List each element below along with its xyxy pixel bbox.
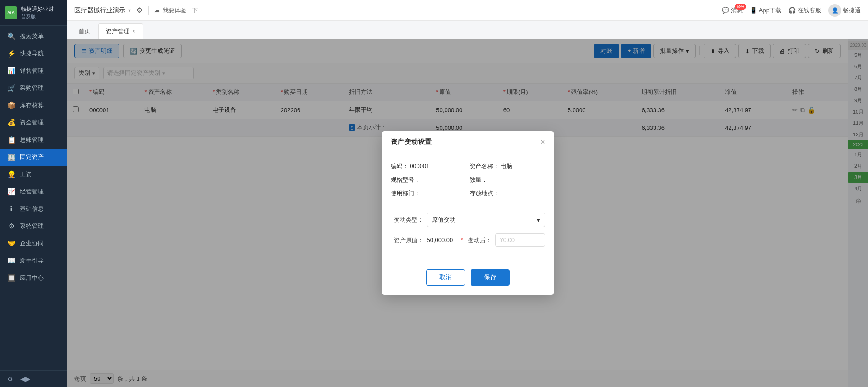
dialog-spec-field: 规格型号： bbox=[391, 176, 466, 184]
tabbar: 首页 资产管理 × bbox=[67, 21, 868, 39]
sidebar-item-ledger[interactable]: 📋 总账管理 bbox=[0, 131, 67, 149]
collapse-sidebar-icon[interactable]: ◀▶ bbox=[20, 375, 30, 382]
ledger-icon: 📋 bbox=[7, 136, 15, 144]
service-btn[interactable]: 🎧 在线客服 bbox=[789, 6, 821, 15]
dialog-body: 编码： 000001 资产名称： 电脑 bbox=[382, 153, 554, 262]
cancel-btn[interactable]: 取消 bbox=[426, 269, 465, 286]
quick-nav-icon: ⚡ bbox=[7, 50, 15, 58]
asset-change-dialog: 资产变动设置 × 编码： 000001 bbox=[382, 131, 554, 295]
dialog-divider bbox=[391, 205, 545, 205]
dialog-header: 资产变动设置 × bbox=[382, 131, 554, 153]
dialog-footer: 取消 保存 bbox=[382, 262, 554, 295]
sidebar-item-inventory[interactable]: 📦 库存核算 bbox=[0, 97, 67, 114]
settings-footer-icon[interactable]: ⚙ bbox=[7, 375, 13, 382]
search-icon: 🔍 bbox=[7, 32, 15, 40]
dropdown-icon[interactable]: ▾ bbox=[128, 7, 131, 14]
sidebar-item-basic-info[interactable]: ℹ 基础信息 bbox=[0, 200, 67, 218]
sidebar-footer: ⚙ ◀▶ bbox=[0, 370, 67, 387]
change-type-row: 变动类型： 原值变动 ▾ bbox=[391, 213, 545, 227]
sales-icon: 📊 bbox=[7, 67, 15, 75]
required-star: * bbox=[461, 237, 463, 243]
tab-close-icon[interactable]: × bbox=[132, 28, 135, 35]
modal-overlay: 资产变动设置 × 编码： 000001 bbox=[67, 39, 868, 387]
dialog-location-field: 存放地点： bbox=[470, 189, 545, 198]
sidebar-nav: 🔍 搜索菜单 ⚡ 快捷导航 📊 销售管理 🛒 采购管理 📦 库存核算 💰 bbox=[0, 26, 67, 370]
mobile-icon: 📱 bbox=[750, 7, 757, 14]
company-name: 医疗器械行业演示 ▾ bbox=[74, 6, 131, 15]
sidebar-item-system[interactable]: ⚙ 系统管理 bbox=[0, 218, 67, 235]
sidebar-item-payroll[interactable]: 👷 工资 bbox=[0, 166, 67, 183]
app-center-icon: 🔲 bbox=[7, 274, 15, 282]
messages-btn[interactable]: 💬 消息 99+ bbox=[722, 6, 743, 15]
dialog-quantity-field: 数量： bbox=[470, 176, 545, 184]
topbar-divider bbox=[148, 6, 149, 15]
message-icon: 💬 bbox=[722, 7, 729, 14]
topbar-right: 💬 消息 99+ 📱 App下载 🎧 在线客服 👤 畅捷通 bbox=[722, 4, 861, 17]
service-icon: 🎧 bbox=[789, 7, 796, 14]
sidebar-item-search[interactable]: 🔍 搜索菜单 bbox=[0, 28, 67, 45]
sidebar-item-app-center[interactable]: 🔲 应用中心 bbox=[0, 269, 67, 287]
dialog-title: 资产变动设置 bbox=[391, 138, 432, 146]
select-dropdown-icon: ▾ bbox=[537, 217, 540, 223]
avatar: 👤 bbox=[828, 4, 841, 17]
original-value-row: 资产原值： 50,000.00 * 变动后： bbox=[391, 233, 545, 247]
tab-asset-mgmt[interactable]: 资产管理 × bbox=[98, 23, 143, 39]
page-content: ☰ 资产明细 🔄 变更生成凭证 对账 + 新增 bbox=[67, 39, 868, 387]
finance-icon: 💰 bbox=[7, 119, 15, 127]
purchase-icon: 🛒 bbox=[7, 84, 15, 92]
sidebar: AtA 畅捷通好业财 普及版 🔍 搜索菜单 ⚡ 快捷导航 📊 销售管理 🛒 bbox=[0, 0, 67, 387]
dialog-close-btn[interactable]: × bbox=[541, 138, 545, 146]
tab-home[interactable]: 首页 bbox=[71, 23, 98, 39]
save-btn[interactable]: 保存 bbox=[471, 269, 510, 286]
inventory-icon: 📦 bbox=[7, 101, 15, 109]
operations-icon: 📈 bbox=[7, 188, 15, 196]
sidebar-item-cooperation[interactable]: 🤝 企业协同 bbox=[0, 235, 67, 252]
original-value-display: 50,000.00 bbox=[427, 237, 457, 243]
app-logo-icon: AtA bbox=[5, 6, 17, 19]
change-type-select[interactable]: 原值变动 ▾ bbox=[427, 213, 545, 227]
sidebar-item-sales[interactable]: 📊 销售管理 bbox=[0, 62, 67, 79]
sidebar-item-finance[interactable]: 💰 资金管理 bbox=[0, 114, 67, 131]
basic-info-icon: ℹ bbox=[7, 205, 15, 213]
sidebar-item-quicknav[interactable]: ⚡ 快捷导航 bbox=[0, 45, 67, 62]
payroll-icon: 👷 bbox=[7, 170, 15, 179]
fixed-assets-icon: 🏢 bbox=[7, 153, 15, 161]
sidebar-item-operations[interactable]: 📈 经营管理 bbox=[0, 183, 67, 200]
dialog-department-field: 使用部门： bbox=[391, 189, 466, 198]
user-btn[interactable]: 👤 畅捷通 bbox=[828, 4, 861, 17]
guide-icon: 📖 bbox=[7, 257, 15, 265]
system-icon: ⚙ bbox=[7, 222, 15, 230]
sidebar-header: AtA 畅捷通好业财 普及版 bbox=[0, 0, 67, 26]
sidebar-item-guide[interactable]: 📖 新手引导 bbox=[0, 252, 67, 269]
dialog-asset-name-field: 资产名称： 电脑 bbox=[470, 162, 545, 170]
cloud-icon: ☁ bbox=[154, 7, 160, 14]
dialog-code-field: 编码： 000001 bbox=[391, 162, 466, 170]
topbar: 医疗器械行业演示 ▾ ⚙ ☁ 我要体验一下 💬 消息 99+ 📱 App下载 bbox=[67, 0, 868, 21]
topbar-settings-icon[interactable]: ⚙ bbox=[136, 6, 143, 15]
sidebar-item-purchase[interactable]: 🛒 采购管理 bbox=[0, 79, 67, 97]
sidebar-item-fixed-assets[interactable]: 🏢 固定资产 bbox=[0, 149, 67, 166]
messages-badge: 99+ bbox=[735, 4, 746, 10]
cooperation-icon: 🤝 bbox=[7, 239, 15, 248]
dialog-info-grid: 编码： 000001 资产名称： 电脑 bbox=[391, 162, 545, 198]
main-content: 医疗器械行业演示 ▾ ⚙ ☁ 我要体验一下 💬 消息 99+ 📱 App下载 bbox=[67, 0, 868, 387]
after-change-input[interactable] bbox=[495, 233, 545, 247]
experience-btn[interactable]: ☁ 我要体验一下 bbox=[154, 6, 198, 15]
app-download-btn[interactable]: 📱 App下载 bbox=[750, 6, 781, 15]
app-logo-text: 畅捷通好业财 普及版 bbox=[21, 5, 54, 20]
